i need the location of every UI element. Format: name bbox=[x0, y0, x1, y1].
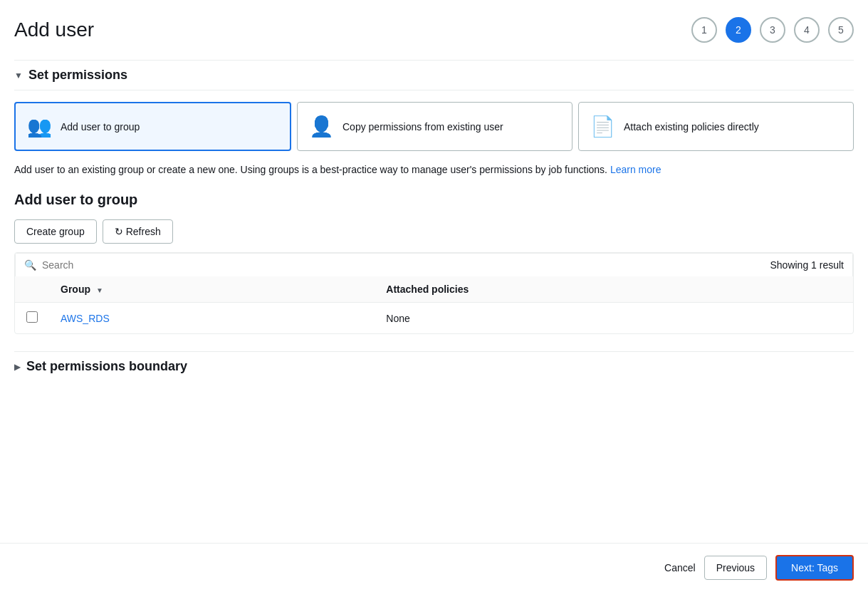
results-count: Showing 1 result bbox=[770, 259, 844, 271]
attached-policies-cell: None bbox=[375, 303, 853, 334]
chevron-right-icon: ▶ bbox=[14, 362, 21, 372]
action-bar: Create group ↻Refresh bbox=[14, 219, 854, 244]
row-checkbox[interactable] bbox=[26, 311, 38, 323]
permission-tabs: 👥 Add user to group 👤 Copy permissions f… bbox=[14, 102, 854, 151]
page-container: Add user 1 2 3 4 5 ▼ Set permissions 👥 A… bbox=[0, 0, 868, 592]
checkbox-header bbox=[15, 276, 49, 303]
group-column-header[interactable]: Group ▼ bbox=[49, 276, 375, 303]
chevron-down-icon: ▼ bbox=[14, 71, 23, 81]
tab-copy-permissions-label: Copy permissions from existing user bbox=[343, 121, 503, 133]
groups-table: Group ▼ Attached policies AWS_RDS bbox=[15, 276, 853, 333]
permissions-info-text: Add user to an existing group or create … bbox=[14, 162, 854, 177]
footer-bar: Cancel Previous Next: Tags bbox=[0, 543, 868, 592]
search-wrapper: 🔍 bbox=[24, 259, 770, 271]
step-3[interactable]: 3 bbox=[760, 17, 785, 43]
attached-policies-column-header: Attached policies bbox=[375, 276, 853, 303]
policy-document-icon: 📄 bbox=[590, 115, 615, 138]
add-user-to-group-title: Add user to group bbox=[14, 192, 854, 208]
tab-copy-permissions[interactable]: 👤 Copy permissions from existing user bbox=[297, 102, 572, 151]
search-input[interactable] bbox=[42, 259, 770, 271]
refresh-button[interactable]: ↻Refresh bbox=[103, 219, 173, 244]
step-1[interactable]: 1 bbox=[691, 17, 717, 43]
step-nav: 1 2 3 4 5 bbox=[691, 17, 854, 43]
tab-attach-policies[interactable]: 📄 Attach existing policies directly bbox=[578, 102, 854, 151]
step-4[interactable]: 4 bbox=[794, 17, 820, 43]
users-group-icon: 👥 bbox=[27, 115, 52, 138]
refresh-icon: ↻ bbox=[115, 226, 123, 237]
tab-attach-policies-label: Attach existing policies directly bbox=[624, 121, 759, 133]
set-permissions-boundary-header[interactable]: ▶ Set permissions boundary bbox=[14, 351, 854, 381]
page-header: Add user 1 2 3 4 5 bbox=[14, 17, 854, 43]
next-tags-button[interactable]: Next: Tags bbox=[775, 555, 854, 581]
search-bar-row: 🔍 Showing 1 result bbox=[15, 253, 853, 276]
group-name-cell: AWS_RDS bbox=[49, 303, 375, 334]
set-permissions-title: Set permissions bbox=[28, 68, 127, 83]
step-5[interactable]: 5 bbox=[828, 17, 854, 43]
cancel-button[interactable]: Cancel bbox=[664, 562, 696, 573]
search-icon: 🔍 bbox=[24, 259, 36, 271]
step-2[interactable]: 2 bbox=[726, 17, 751, 43]
sort-icon: ▼ bbox=[96, 286, 103, 294]
user-copy-icon: 👤 bbox=[309, 115, 334, 138]
set-permissions-header[interactable]: ▼ Set permissions bbox=[14, 60, 854, 90]
group-name-link[interactable]: AWS_RDS bbox=[61, 313, 110, 324]
set-permissions-boundary-title: Set permissions boundary bbox=[26, 359, 187, 374]
learn-more-link[interactable]: Learn more bbox=[610, 164, 662, 175]
tab-add-to-group[interactable]: 👥 Add user to group bbox=[14, 102, 291, 151]
tab-add-to-group-label: Add user to group bbox=[61, 121, 140, 133]
previous-button[interactable]: Previous bbox=[704, 556, 767, 580]
page-title: Add user bbox=[14, 19, 94, 41]
row-checkbox-cell[interactable] bbox=[15, 303, 49, 334]
create-group-button[interactable]: Create group bbox=[14, 219, 97, 244]
table-row: AWS_RDS None bbox=[15, 303, 853, 334]
table-header-row: Group ▼ Attached policies bbox=[15, 276, 853, 303]
groups-table-wrapper: 🔍 Showing 1 result Group ▼ Attached poli… bbox=[14, 252, 854, 334]
